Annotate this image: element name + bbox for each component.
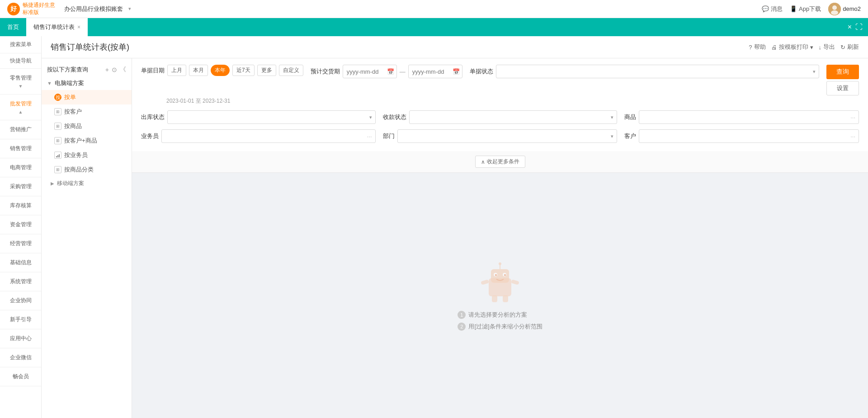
salesperson-group: 业务员 ···: [141, 129, 376, 143]
tab-close-window-icon[interactable]: ×: [848, 23, 852, 31]
sidebar-quick-nav[interactable]: 快捷导航: [0, 53, 41, 69]
customer-input[interactable]: [639, 129, 859, 143]
scheme-item-by-order[interactable]: 按 按单: [42, 90, 132, 104]
scheme-add-icon[interactable]: +: [105, 66, 109, 73]
status-select[interactable]: [496, 65, 819, 78]
status-label: 单据状态: [470, 67, 493, 76]
svg-rect-4: [57, 155, 58, 157]
tab-order-stats[interactable]: 销售订单统计表 ×: [26, 18, 88, 36]
sidebar-section-marketing: 营销推广: [0, 120, 41, 139]
sidebar-item-wholesale[interactable]: 批发管理 ▲: [0, 95, 41, 120]
sidebar-label-marketing: 营销推广: [10, 126, 32, 133]
goods-input[interactable]: [639, 110, 859, 124]
sidebar-item-system[interactable]: 系统管理: [0, 272, 41, 291]
main-layout: 搜索菜单 快捷导航 零售管理 ▼ 批发管理 ▲ 营销推广 销售管理: [0, 36, 868, 418]
scheme-header-icons: + ⊙ 《: [105, 66, 126, 74]
collapse-button[interactable]: ∧ 收起更多条件: [475, 156, 525, 168]
svg-rect-15: [503, 295, 508, 302]
scheme-item-by-customer[interactable]: ⊞ 按客户: [42, 104, 132, 119]
scheme-settings-icon[interactable]: ⊙: [112, 66, 117, 73]
sidebar-label-purchase: 采购管理: [10, 183, 32, 190]
delivery-select-wrap: ▾: [167, 110, 376, 124]
expected-date-end-input[interactable]: [408, 65, 462, 78]
tab-close-icon[interactable]: ×: [77, 24, 80, 30]
expected-date-start-input[interactable]: [343, 65, 397, 78]
goods-more-icon[interactable]: ···: [850, 114, 855, 121]
help-button[interactable]: ? 帮助: [749, 43, 765, 51]
settings-button[interactable]: 设置: [826, 81, 859, 95]
user-area[interactable]: demo2: [828, 3, 861, 15]
date-btn-more[interactable]: 更多: [257, 65, 276, 76]
tab-home[interactable]: 首页: [0, 18, 26, 36]
sidebar-item-corpwechat[interactable]: 企业微信: [0, 348, 41, 367]
filter-row-2: 出库状态 ▾ 收款状态: [141, 110, 859, 124]
sidebar-item-inventory[interactable]: 库存核算: [0, 196, 41, 215]
scheme-collapse-icon[interactable]: 《: [120, 66, 126, 74]
date-btn-last-7[interactable]: 近7天: [232, 65, 255, 76]
sidebar-label-inventory: 库存核算: [10, 202, 32, 209]
sidebar-item-ecommerce[interactable]: 电商管理: [0, 158, 41, 177]
scheme-item-by-customer-goods[interactable]: ⊞ 按客户+商品: [42, 133, 132, 148]
template-print-button[interactable]: 🖨 按模板打印 ▾: [771, 43, 813, 51]
scheme-item-by-category[interactable]: ⊞ 按商品分类: [42, 162, 132, 177]
customer-label: 客户: [624, 132, 636, 140]
printer-icon: 🖨: [771, 44, 777, 51]
tab-maximize-icon[interactable]: ⛶: [855, 23, 863, 31]
sidebar-item-purchase[interactable]: 采购管理: [0, 177, 41, 196]
expected-date-end-wrap: 📅: [408, 65, 462, 78]
sidebar-label-ecommerce: 电商管理: [10, 164, 32, 171]
sidebar-label-vip: 畅会员: [13, 373, 29, 380]
sidebar-section-ecommerce: 电商管理: [0, 158, 41, 177]
scheme-category-arrow-icon: ▼: [47, 81, 52, 86]
scheme-category-label: 电脑端方案: [55, 79, 84, 87]
sidebar-search[interactable]: 搜索菜单: [0, 36, 41, 53]
refresh-button[interactable]: ↻ 刷新: [840, 43, 859, 51]
salesperson-more-icon[interactable]: ···: [367, 133, 372, 140]
sidebar-item-finance[interactable]: 资金管理: [0, 215, 41, 234]
sidebar-item-sales[interactable]: 销售管理: [0, 139, 41, 158]
salesperson-input[interactable]: [161, 129, 376, 143]
sidebar-section-vip: 畅会员: [0, 367, 41, 386]
empty-tip-2: 2 用[过滤]条件来缩小分析范围: [458, 323, 542, 331]
sidebar-item-appcenter[interactable]: 应用中心: [0, 329, 41, 348]
date-btn-this-month[interactable]: 本月: [189, 65, 208, 76]
sidebar-section-wholesale: 批发管理 ▲: [0, 95, 41, 120]
sidebar-item-operations[interactable]: 经营管理: [0, 234, 41, 253]
sidebar-label-operations: 经营管理: [10, 240, 32, 247]
department-group: 部门 ▾: [383, 129, 618, 143]
content-area: 销售订单统计表(按单) ? 帮助 🖨 按模板打印 ▾ ↓ 导出 ↻ 刷新: [42, 36, 868, 418]
date-btn-last-month[interactable]: 上月: [167, 65, 186, 76]
logo-text: 畅捷通好生意 标准版: [23, 2, 55, 16]
date-btn-custom[interactable]: 自定义: [279, 65, 303, 76]
payment-status-select[interactable]: [409, 110, 618, 124]
sidebar-item-basic[interactable]: 基础信息: [0, 253, 41, 272]
sidebar-item-retail[interactable]: 零售管理 ▼: [0, 69, 41, 94]
sidebar-item-newuser[interactable]: 新手引导: [0, 310, 41, 329]
delivery-status-select[interactable]: [167, 110, 376, 124]
workspace-arrow-icon[interactable]: ▾: [128, 6, 131, 12]
department-select[interactable]: [397, 129, 618, 143]
scheme-desktop-category[interactable]: ▼ 电脑端方案: [42, 76, 132, 90]
sidebar-label-newuser: 新手引导: [10, 316, 32, 323]
sidebar-arrow-wholesale: ▲: [19, 109, 23, 114]
customer-more-icon[interactable]: ···: [850, 133, 855, 140]
sidebar-section-system: 系统管理: [0, 272, 41, 291]
svg-rect-5: [59, 154, 60, 157]
sidebar-item-vip[interactable]: 畅会员: [0, 367, 41, 386]
svg-point-2: [831, 10, 838, 15]
status-filter-group: 单据状态 ▾: [470, 65, 819, 78]
query-button[interactable]: 查询: [826, 65, 859, 79]
message-button[interactable]: 💬 消息: [762, 5, 783, 13]
customer-group: 客户 ···: [624, 129, 859, 143]
page-header: 销售订单统计表(按单) ? 帮助 🖨 按模板打印 ▾ ↓ 导出 ↻ 刷新: [42, 36, 868, 58]
scheme-item-by-goods[interactable]: ⊞ 按商品: [42, 119, 132, 133]
scheme-item-by-salesperson[interactable]: 按业务员: [42, 148, 132, 162]
sidebar-item-marketing[interactable]: 营销推广: [0, 120, 41, 139]
export-button[interactable]: ↓ 导出: [819, 43, 835, 51]
scheme-mobile-category[interactable]: ▶ 移动端方案: [42, 177, 132, 190]
app-download-button[interactable]: 📱 App下载: [790, 5, 821, 13]
department-select-wrap: ▾: [397, 129, 618, 143]
filter-row-3: 业务员 ··· 部门: [141, 129, 859, 143]
sidebar-item-enterprise[interactable]: 企业协同: [0, 291, 41, 310]
date-btn-this-year[interactable]: 本年: [211, 65, 230, 76]
